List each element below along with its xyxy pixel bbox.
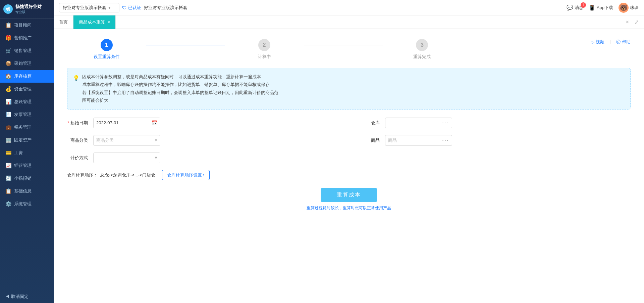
tab-home[interactable]: 首页	[54, 15, 73, 29]
start-date-field: * 起始日期 2022-07-01 📅	[67, 118, 339, 128]
warehouse-order-btn-label: 仓库计算顺序设置 ›	[167, 172, 205, 178]
sidebar-item-system[interactable]: ⚙️ 系统管理	[0, 198, 54, 210]
warehouse-order-row: 仓库计算顺序： 总仓->深圳仓库->...->门店仓 仓库计算顺序设置 ›	[67, 170, 631, 180]
form-row-3: 计价方式 ∨	[67, 153, 631, 163]
user-profile[interactable]: 🐻 珠珠	[619, 3, 639, 13]
help-label: 帮助	[622, 39, 631, 45]
video-icon: ▷	[591, 40, 594, 45]
recalc-button[interactable]: 重算成本	[321, 188, 377, 202]
sidebar: 畅 畅捷通好业财 专业版 📋 项目顾问 🎁 营销推广 🛒 销售管理 📦 采购管理…	[0, 0, 54, 303]
operations-icon: 📈	[5, 163, 11, 169]
start-date-input[interactable]: 2022-07-01 📅	[93, 118, 160, 128]
sidebar-item-accounting[interactable]: 📊 总账管理	[0, 95, 54, 108]
goods-input[interactable]: 商品 ···	[385, 135, 452, 146]
step-2: 2 计算中	[225, 39, 304, 60]
warehouse-dots-icon[interactable]: ···	[442, 119, 449, 126]
sidebar-item-project[interactable]: 📋 项目顾问	[0, 19, 54, 32]
sidebar-item-purchase[interactable]: 📦 采购管理	[0, 57, 54, 70]
help-link[interactable]: ⓪ 帮助	[616, 39, 631, 45]
sidebar-item-label: 税务管理	[14, 124, 32, 130]
step-3-label: 重算完成	[413, 54, 431, 60]
app-subtitle: 专业版	[15, 10, 42, 14]
sidebar-item-label: 工资	[14, 150, 23, 156]
tabbar-controls: × ⤢	[621, 17, 644, 27]
sidebar-item-marketing[interactable]: 🎁 营销推广	[0, 32, 54, 44]
sidebar-item-label: 固定资产	[14, 137, 32, 143]
app-download-button[interactable]: 📱 App下载	[589, 4, 613, 11]
notice-line-3: 若【系统设置】中启用了自动调整记账日期时，会调整入库单的整单记账日期，因此重新计…	[82, 89, 278, 96]
sidebar-item-salary[interactable]: 💳 工资	[0, 146, 54, 159]
tab-home-label: 首页	[59, 19, 68, 25]
project-icon: 📋	[5, 22, 11, 28]
expand-window-button[interactable]: ⤢	[633, 17, 640, 27]
verified-badge: 🛡 已认证	[122, 5, 141, 11]
sidebar-item-label: 系统管理	[14, 201, 32, 207]
message-button[interactable]: 💬 消息 1	[567, 4, 583, 11]
invoice-icon: 🧾	[5, 112, 11, 118]
step-3: 3 重算完成	[383, 39, 462, 60]
sidebar-item-finance[interactable]: 💰 资金管理	[0, 83, 54, 95]
topbar: 好业财专业版演示帐套 ▾ 🛡 已认证 好业财专业版演示帐套 💬 消息 1 📱 A…	[54, 0, 644, 15]
tab-recalc[interactable]: 商品成本重算 ×	[73, 15, 116, 29]
step-2-label: 计算中	[258, 54, 271, 60]
notice-box: 💡 因成本计算参数调整，或是对商品成本有疑问时，可以通过成本重算功能，重新计算一…	[67, 68, 631, 110]
sidebar-logo: 畅 畅捷通好业财 专业版	[0, 0, 54, 19]
sidebar-item-invoice[interactable]: 🧾 发票管理	[0, 108, 54, 121]
sidebar-bottom-label: ◀ 取消固定	[5, 294, 29, 300]
marketing-icon: 🎁	[5, 35, 11, 41]
app-download-label: App下载	[597, 5, 613, 11]
warehouse-order-label: 仓库计算顺序：	[67, 172, 98, 178]
salary-icon: 💳	[5, 150, 11, 156]
category-arrow: ∨	[155, 138, 157, 142]
warehouse-input[interactable]: ···	[385, 118, 452, 128]
tab-close-icon[interactable]: ×	[108, 20, 110, 25]
sidebar-item-sales[interactable]: 🛒 销售管理	[0, 44, 54, 57]
logo-text-block: 畅捷通好业财 专业版	[15, 4, 42, 14]
sidebar-item-expense[interactable]: 🔄 小畅报销	[0, 172, 54, 185]
sidebar-item-label: 销售管理	[14, 48, 32, 54]
pricing-select[interactable]: ∨	[93, 153, 160, 163]
sidebar-item-assets[interactable]: 🏢 固定资产	[0, 134, 54, 146]
notice-line-1: 因成本计算参数调整，或是对商品成本有疑问时，可以通过成本重算功能，重新计算一遍成…	[82, 73, 278, 81]
account-selector[interactable]: 好业财专业版演示帐套 ▾	[59, 3, 119, 12]
category-label: 商品分类	[67, 137, 91, 143]
sidebar-item-inventory[interactable]: 🏠 库存核算	[0, 70, 54, 83]
content-area: 1 设置重算条件 2 计算中 3 重算完成	[54, 29, 644, 303]
sidebar-item-basic[interactable]: 📋 基础信息	[0, 185, 54, 198]
basic-icon: 📋	[5, 188, 11, 194]
close-window-button[interactable]: ×	[625, 18, 630, 27]
step-connector-1	[146, 45, 225, 45]
category-field: 商品分类 商品分类 ∨	[67, 135, 339, 146]
step-3-circle: 3	[416, 39, 428, 51]
pricing-field: 计价方式 ∨	[67, 153, 339, 163]
sidebar-item-label: 采购管理	[14, 60, 32, 67]
warehouse-order-settings-button[interactable]: 仓库计算顺序设置 ›	[162, 170, 210, 180]
start-date-value: 2022-07-01	[96, 120, 119, 125]
sidebar-item-label: 基础信息	[14, 188, 32, 194]
warehouse-order-value: 总仓->深圳仓库->...->门店仓	[100, 172, 155, 178]
sidebar-item-label: 库存核算	[14, 73, 32, 79]
goods-field: 商品 商品 ···	[359, 135, 631, 146]
video-link[interactable]: ▷ 视频	[591, 39, 604, 45]
warehouse-field: 仓库 ···	[359, 118, 631, 128]
category-select[interactable]: 商品分类 ∨	[93, 135, 160, 146]
start-date-label: * 起始日期	[67, 120, 91, 126]
tabbar: 首页 商品成本重算 × × ⤢	[54, 15, 644, 29]
sidebar-item-label: 经营管理	[14, 163, 32, 169]
inventory-icon: 🏠	[5, 73, 11, 79]
account-full-name: 好业财专业版演示帐套	[144, 5, 187, 11]
sidebar-item-operations[interactable]: 📈 经营管理	[0, 159, 54, 172]
notice-line-4: 围可能会扩大	[82, 96, 278, 104]
calendar-icon[interactable]: 📅	[152, 120, 157, 126]
sidebar-item-label: 发票管理	[14, 112, 32, 118]
notice-content: 因成本计算参数调整，或是对商品成本有疑问时，可以通过成本重算功能，重新计算一遍成…	[82, 73, 278, 104]
help-divider: |	[610, 39, 611, 45]
goods-dots-icon[interactable]: ···	[442, 137, 449, 144]
sidebar-scroll: 📋 项目顾问 🎁 营销推广 🛒 销售管理 📦 采购管理 🏠 库存核算 💰 资金管…	[0, 19, 54, 290]
sidebar-item-tax[interactable]: 💼 税务管理	[0, 121, 54, 134]
steps-container: 1 设置重算条件 2 计算中 3 重算完成	[67, 39, 462, 60]
help-links: ▷ 视频 | ⓪ 帮助	[591, 39, 631, 45]
verified-icon: 🛡	[122, 5, 127, 10]
topbar-actions: 💬 消息 1 📱 App下载 🐻 珠珠	[567, 3, 639, 13]
sidebar-unpin-button[interactable]: ◀ 取消固定	[0, 290, 54, 303]
